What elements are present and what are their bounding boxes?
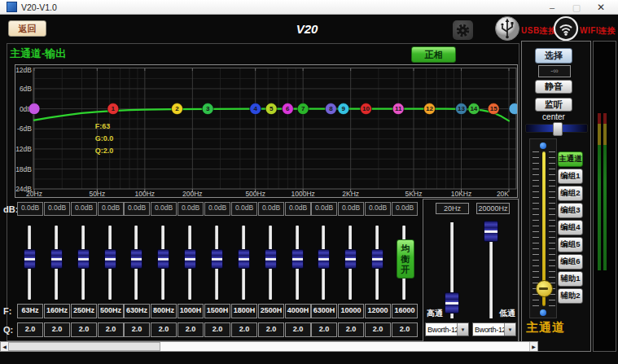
band-q-value-8[interactable]: 2.0: [204, 322, 230, 337]
band-q-value-7[interactable]: 2.0: [178, 322, 204, 337]
band-freq-value-15[interactable]: 16000: [392, 304, 418, 318]
phase-button[interactable]: 正相: [411, 46, 456, 63]
svg-text:13: 13: [458, 105, 465, 112]
band-freq-value-5[interactable]: 630Hz: [124, 304, 150, 318]
band-q-value-14[interactable]: 2.0: [365, 322, 391, 337]
meter-yellow-segment: [598, 124, 601, 145]
band-fader-3: [71, 220, 95, 305]
band-q-value-3[interactable]: 2.0: [71, 322, 97, 337]
mute-button[interactable]: 静音: [535, 80, 572, 94]
scrollbar-thumb[interactable]: [8, 342, 160, 351]
output-button-6[interactable]: 编组5: [558, 237, 583, 252]
lpf-label: 低通: [499, 308, 515, 319]
band-fader-handle-11[interactable]: [291, 249, 304, 269]
band-fader-handle-8[interactable]: [211, 249, 223, 269]
band-fader-handle-3[interactable]: [77, 249, 90, 269]
hpf-point[interactable]: [28, 103, 40, 115]
back-button[interactable]: 返回: [8, 20, 46, 37]
pan-slider-handle[interactable]: [553, 122, 563, 136]
band-fader-handle-9[interactable]: [238, 249, 250, 269]
maximize-button[interactable]: ▢: [564, 0, 589, 15]
band-freq-value-11[interactable]: 4000H: [285, 304, 311, 318]
window-titlebar: V20-V1.0 – ▢ ✕: [0, 0, 618, 15]
band-freq-value-8[interactable]: 1500H: [204, 304, 230, 318]
band-fader-handle-1[interactable]: [24, 249, 36, 269]
channel-fader-handle[interactable]: [536, 280, 553, 297]
eq-graph[interactable]: 20Hz50Hz100Hz200Hz500Hz1000Hz2KHz5KHz10K…: [15, 64, 518, 198]
band-fader-1: [17, 220, 42, 305]
output-button-4[interactable]: 编组3: [558, 203, 583, 218]
band-q-value-9[interactable]: 2.0: [231, 322, 257, 337]
svg-text:9: 9: [342, 105, 346, 112]
close-button[interactable]: ✕: [589, 0, 613, 15]
monitor-button[interactable]: 监听: [535, 98, 572, 112]
svg-text:2: 2: [175, 105, 179, 112]
band-q-value-2[interactable]: 2.0: [44, 322, 70, 337]
band-fader-handle-13[interactable]: [344, 249, 357, 269]
hpf-type-select[interactable]: Bworth-12 ▼: [425, 322, 469, 336]
app-window: V20-V1.0 – ▢ ✕ 返回 V20: [0, 0, 618, 364]
band-fader-13: [338, 220, 362, 305]
band-q-value-6[interactable]: 2.0: [151, 322, 177, 337]
band-q-value-5[interactable]: 2.0: [124, 322, 150, 337]
band-freq-value-1[interactable]: 63Hz: [17, 304, 43, 318]
band-q-value-12[interactable]: 2.0: [311, 322, 337, 337]
band-fader-5: [124, 220, 148, 305]
minimize-button[interactable]: –: [540, 0, 564, 15]
band-freq-value-13[interactable]: 10000: [338, 304, 364, 318]
band-q-value-10[interactable]: 2.0: [258, 322, 284, 337]
eq-graph-svg: 20Hz50Hz100Hz200Hz500Hz1000Hz2KHz5KHz10K…: [15, 65, 517, 197]
band-freq-value-4[interactable]: 500Hz: [98, 304, 124, 318]
output-button-1[interactable]: 主通道: [558, 151, 583, 167]
band-freq-value-10[interactable]: 2500H: [258, 304, 284, 318]
settings-gear-icon[interactable]: [453, 20, 473, 40]
output-button-2[interactable]: 编组1: [558, 169, 583, 184]
band-q-value-4[interactable]: 2.0: [98, 322, 124, 337]
lpf-point[interactable]: [509, 103, 517, 115]
output-button-7[interactable]: 编组6: [558, 254, 583, 270]
svg-text:5KHz: 5KHz: [405, 190, 423, 197]
band-freq-value-3[interactable]: 250Hz: [71, 304, 97, 318]
lpf-dropdown-arrow-icon[interactable]: ▼: [504, 323, 515, 335]
band-fader-handle-6[interactable]: [157, 249, 169, 269]
band-gain-value-6: 0.0dB: [151, 202, 177, 216]
band-freq-value-7[interactable]: 1000H: [178, 304, 204, 318]
lpf-slider-handle[interactable]: [484, 221, 498, 242]
band-fader-handle-10[interactable]: [265, 249, 277, 269]
output-button-8[interactable]: 辅助1: [558, 271, 583, 287]
band-freq-value-12[interactable]: 6300H: [311, 304, 337, 318]
band-fader-handle-7[interactable]: [184, 249, 196, 269]
pan-slider[interactable]: [525, 124, 588, 133]
band-fader-handle-5[interactable]: [130, 249, 142, 269]
output-button-3[interactable]: 编组2: [558, 186, 583, 201]
eq-enable-button[interactable]: 均衡开: [397, 239, 414, 278]
band-q-value-15[interactable]: 2.0: [392, 322, 418, 337]
band-freq-value-2[interactable]: 160Hz: [44, 304, 70, 318]
gain-display: -∞: [538, 65, 571, 77]
output-button-5[interactable]: 编组4: [558, 220, 583, 235]
band-freq-value-14[interactable]: 12000: [365, 304, 391, 318]
band-freq-value-9[interactable]: 1800H: [231, 304, 257, 318]
fader-top-dot: [540, 143, 546, 149]
select-button[interactable]: 选择: [535, 48, 572, 64]
band-gain-value-9: 0.0dB: [231, 202, 257, 216]
band-q-value-1[interactable]: 2.0: [17, 322, 43, 337]
band-fader-handle-4[interactable]: [104, 249, 116, 269]
horizontal-scrollbar[interactable]: ◀ ▶: [0, 341, 538, 352]
band-q-value-13[interactable]: 2.0: [338, 322, 364, 337]
eq-enable-button-char: 均: [397, 243, 414, 254]
band-q-value-11[interactable]: 2.0: [285, 322, 311, 337]
band-fader-8: [204, 220, 229, 305]
scrollbar-right-arrow-icon[interactable]: ▶: [529, 342, 537, 351]
lpf-type-select[interactable]: Bworth-12 ▼: [472, 322, 516, 336]
level-meter: [593, 41, 616, 352]
output-button-9[interactable]: 辅助2: [558, 288, 583, 304]
band-fader-handle-2[interactable]: [50, 249, 63, 269]
svg-text:100Hz: 100Hz: [135, 190, 156, 197]
svg-text:10KHz: 10KHz: [451, 190, 472, 197]
hpf-dropdown-arrow-icon[interactable]: ▼: [457, 323, 468, 335]
band-freq-value-6[interactable]: 800Hz: [151, 304, 177, 318]
hpf-slider-handle[interactable]: [445, 292, 459, 314]
band-fader-handle-12[interactable]: [318, 249, 330, 269]
band-fader-handle-14[interactable]: [371, 249, 384, 269]
